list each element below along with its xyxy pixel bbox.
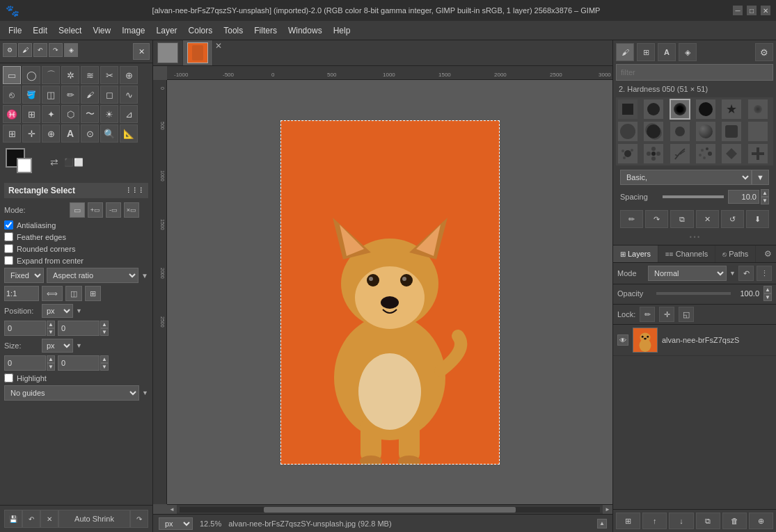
reset-colors-btn[interactable]: ⬛⬜ [64,158,84,167]
size-w-down-arrow[interactable]: ▼ [47,363,55,371]
heal-tool[interactable]: ✦ [42,105,60,123]
menu-help[interactable]: Help [328,24,356,38]
fuzzy-select-tool[interactable]: ✲ [61,66,79,84]
h-scrollbar-track[interactable] [180,507,600,513]
edit-brush-btn[interactable]: ✏ [620,210,643,228]
menu-file[interactable]: File [3,24,27,38]
canvas-content[interactable] [167,80,612,504]
size-w-up-arrow[interactable]: ▲ [47,355,55,363]
position-unit-select[interactable]: px mm in [42,304,73,318]
scissors-tool[interactable]: ✂ [100,66,118,84]
aspect-ratio-select[interactable]: Aspect ratio Width/Height Size [47,268,138,283]
layers-panel-menu-btn[interactable]: ⚙ [760,245,776,262]
rect-select-tool[interactable]: ▭ [3,66,21,84]
smudge-tool[interactable]: 〜 [81,105,99,123]
free-select-tool[interactable]: ⌒ [42,66,60,84]
paths-tool[interactable]: ⎋ [3,86,21,104]
refresh-brush-btn[interactable]: ↺ [721,210,744,228]
opacity-down-arrow[interactable]: ▼ [763,293,772,301]
tab-close-btn[interactable]: ✕ [213,40,224,65]
close-btn[interactable]: ✕ [761,6,770,15]
spacing-down-arrow[interactable]: ▼ [761,197,769,204]
feather-edges-checkbox[interactable] [4,232,13,241]
tool-options-close-btn[interactable]: ↷ [130,510,148,528]
brush-item-9[interactable] [670,121,690,142]
brush-preset-select[interactable]: Basic, Sketch [620,170,752,185]
maximize-btn[interactable]: □ [747,6,757,15]
new-layer-group-btn[interactable]: ⊞ [616,513,640,529]
pos-y-down-arrow[interactable]: ▼ [100,328,109,336]
fixed-select[interactable]: Fixed Free [4,268,44,283]
delete-layer-btn[interactable]: 🗑 [722,513,747,529]
ellipse-select-tool[interactable]: ◯ [22,66,40,84]
menu-colors[interactable]: Colors [183,24,219,38]
menu-view[interactable]: View [87,24,116,38]
highlight-checkbox[interactable] [4,373,13,382]
panel-config-btn[interactable]: ⚙ [755,43,773,61]
rounded-corners-checkbox[interactable] [4,244,13,253]
scroll-left-btn[interactable]: ◄ [167,505,177,515]
tool-options-tab-2[interactable]: 🖌 [18,43,32,57]
menu-tools[interactable]: Tools [218,24,248,38]
tab-gray-image[interactable] [153,40,183,65]
brush-item-8[interactable] [643,121,664,142]
delete-preset-btn[interactable]: ✕ [40,510,58,528]
align-tool[interactable]: ⊞ [3,124,21,143]
channels-tab[interactable]: ≡≡ Channels [658,245,715,262]
dynamics-panel-tab[interactable]: ◈ [679,43,697,61]
brush-item-11[interactable] [721,121,742,142]
panel-close-btn[interactable]: ✕ [133,43,150,60]
import-brush-btn[interactable]: ⬇ [746,210,769,228]
brush-item-3[interactable] [670,99,690,120]
lock-alpha-btn[interactable]: ◱ [679,307,694,322]
airbrush-tool[interactable]: ∿ [120,86,138,104]
brush-filter-input[interactable] [616,64,773,81]
eraser-tool[interactable]: ◻ [100,86,118,104]
color-select-tool[interactable]: ≋ [81,66,99,84]
ratio-h-btn[interactable]: ⊞ [85,286,101,301]
h-scrollbar-thumb[interactable] [264,507,516,513]
size-h-up-arrow[interactable]: ▲ [100,355,109,363]
foreground-select-tool[interactable]: ⊕ [120,66,138,84]
brush-item-4[interactable] [695,99,716,120]
brush-item-10[interactable] [695,121,716,142]
tool-options-tab-3[interactable]: ↶ [33,43,47,57]
magnify-tool[interactable]: 🔍 [100,124,118,143]
swap-colors-btn[interactable]: ⇄ [50,156,58,168]
text-tool[interactable]: A [61,124,79,143]
intersect-mode-btn[interactable]: ×▭ [124,202,139,218]
layer-item-main[interactable]: 👁 alvan-nee-brFsZ7qszS [613,325,776,356]
brush-item-12[interactable] [747,121,768,142]
size-w-input[interactable] [4,355,46,371]
scroll-up-btn[interactable]: ▲ [597,519,607,529]
menu-image[interactable]: Image [116,24,150,38]
brush-item-13[interactable] [617,143,638,164]
menu-filters[interactable]: Filters [248,24,283,38]
pos-y-up-arrow[interactable]: ▲ [100,321,109,328]
zoom-tool[interactable]: ⊕ [42,124,60,143]
spacing-slider[interactable] [663,195,724,198]
clone-tool[interactable]: ⊞ [22,105,40,123]
duplicate-layer-btn[interactable]: ⧉ [696,513,720,529]
replace-mode-btn[interactable]: ▭ [70,202,85,218]
brush-panel-tab[interactable]: 🖌 [616,43,634,61]
tool-options-tab-5[interactable]: ◈ [64,43,78,57]
opacity-slider[interactable] [656,292,731,295]
tool-options-tab-1[interactable]: ⚙ [3,43,17,57]
brush-item-star[interactable]: ★ [721,99,742,120]
guides-select[interactable]: No guides Rule of thirds Center lines [4,385,139,401]
undo-btn[interactable]: ↶ [738,266,754,281]
brush-item-16[interactable] [695,143,716,164]
menu-layer[interactable]: Layer [151,24,183,38]
save-tool-preset-btn[interactable]: 💾 [4,510,22,528]
brush-item-15[interactable] [670,143,690,164]
brush-item-2[interactable] [643,99,664,120]
new-brush-btn[interactable]: ↷ [645,210,668,228]
size-h-input[interactable] [58,355,100,371]
pencil-tool[interactable]: ✏ [61,86,79,104]
subtract-mode-btn[interactable]: -▭ [106,202,121,218]
dodge-tool[interactable]: ☀ [100,105,118,123]
duplicate-brush-btn[interactable]: ⧉ [670,210,693,228]
gradient-tool[interactable]: ◫ [42,86,60,104]
paths-tab[interactable]: ⎋ Paths [715,245,756,262]
